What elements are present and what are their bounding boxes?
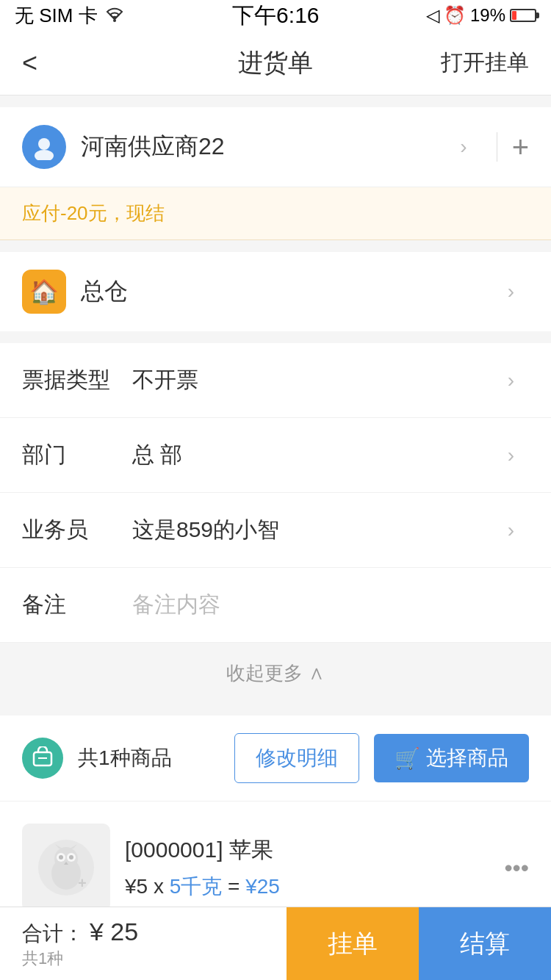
product-thumbnail: +: [22, 824, 110, 912]
select-product-icon: 🛒: [395, 746, 420, 771]
battery-pct: 19%: [470, 5, 505, 26]
svg-point-11: [69, 855, 73, 860]
supplier-chevron-icon: ›: [460, 135, 467, 159]
carrier-text: 无 SIM 卡: [15, 3, 98, 29]
product-name: [0000001] 苹果: [125, 835, 489, 865]
department-label: 部门: [22, 440, 125, 470]
hold-button[interactable]: 挂单: [287, 907, 419, 980]
remark-row[interactable]: 备注 备注内容: [0, 568, 551, 643]
total-amount: ¥ 25: [90, 918, 138, 946]
invoice-value: 不开票: [125, 365, 508, 395]
supplier-name: 河南供应商22: [81, 131, 460, 163]
warehouse-row[interactable]: 🏠 总仓 ›: [0, 252, 551, 331]
department-chevron-icon: ›: [508, 444, 514, 467]
svg-point-10: [59, 855, 63, 860]
warehouse-icon: 🏠: [22, 270, 66, 314]
form-section: 票据类型 不开票 › 部门 总 部 › 业务员 这是859的小智 › 备注 备注…: [0, 343, 551, 643]
page-title: 进货单: [238, 46, 313, 80]
salesperson-row[interactable]: 业务员 这是859的小智 ›: [0, 493, 551, 568]
invoice-label: 票据类型: [22, 365, 125, 395]
remark-input[interactable]: 备注内容: [125, 590, 529, 620]
supplier-avatar: [22, 125, 66, 169]
location-icon: ◁: [426, 5, 439, 26]
supplier-divider: [497, 132, 497, 162]
nav-bar: < 进货单 打开挂单: [0, 31, 551, 96]
total-section: 合计： ¥ 25 共1种: [0, 907, 287, 980]
department-row[interactable]: 部门 总 部 ›: [0, 418, 551, 493]
alarm-icon: ⏰: [444, 5, 466, 26]
status-carrier: 无 SIM 卡: [15, 3, 126, 29]
select-product-label: 选择商品: [426, 744, 508, 772]
product-total: ¥25: [245, 875, 280, 898]
product-price-line: ¥5 x 5千克 = ¥25: [125, 873, 489, 901]
checkout-button[interactable]: 结算: [419, 907, 551, 980]
remark-label: 备注: [22, 590, 125, 620]
salesperson-chevron-icon: ›: [508, 519, 514, 542]
edit-detail-button[interactable]: 修改明细: [234, 733, 359, 783]
salesperson-label: 业务员: [22, 515, 125, 545]
product-count: 共1种商品: [78, 744, 220, 772]
hold-label: 挂单: [328, 927, 378, 961]
svg-point-1: [38, 138, 50, 150]
divider-3: [0, 331, 551, 343]
status-icons: ◁ ⏰ 19%: [426, 5, 536, 26]
add-button[interactable]: +: [512, 131, 529, 164]
svg-point-2: [35, 150, 54, 160]
divider-2: [0, 240, 551, 252]
divider-1: [0, 96, 551, 107]
open-hold-button[interactable]: 打开挂单: [441, 48, 529, 78]
total-label: 合计：: [22, 920, 84, 948]
invoice-row[interactable]: 票据类型 不开票 ›: [0, 343, 551, 418]
supplier-row[interactable]: 河南供应商22 › +: [0, 107, 551, 187]
department-value: 总 部: [125, 440, 508, 470]
svg-text:+: +: [78, 875, 87, 891]
status-time: 下午6:16: [232, 1, 319, 31]
total-count: 共1种: [22, 948, 264, 970]
back-button[interactable]: <: [22, 48, 37, 79]
product-header: 共1种商品 修改明细 🛒 选择商品: [0, 716, 551, 801]
product-title: 苹果: [229, 837, 273, 862]
svg-point-0: [113, 19, 116, 22]
warehouse-chevron-icon: ›: [508, 280, 514, 303]
salesperson-value: 这是859的小智: [125, 515, 508, 545]
product-more-button[interactable]: •••: [504, 854, 529, 882]
checkout-label: 结算: [460, 927, 510, 961]
product-qty: 5千克: [170, 875, 223, 898]
product-price: ¥5: [125, 875, 148, 898]
battery-icon: [510, 9, 536, 22]
collapse-label: 收起更多 ∧: [226, 660, 324, 686]
product-info: [0000001] 苹果 ¥5 x 5千克 = ¥25: [125, 835, 489, 901]
product-icon: [22, 738, 63, 779]
notice-text: 应付-20元，现结: [22, 202, 165, 224]
select-product-button[interactable]: 🛒 选择商品: [374, 734, 529, 782]
bottom-bar: 合计： ¥ 25 共1种 挂单 结算: [0, 907, 551, 980]
collapse-row[interactable]: 收起更多 ∧: [0, 643, 551, 704]
warehouse-name: 总仓: [81, 275, 508, 308]
supplier-section: 河南供应商22 › + 应付-20元，现结: [0, 107, 551, 240]
status-bar: 无 SIM 卡 下午6:16 ◁ ⏰ 19%: [0, 0, 551, 31]
invoice-chevron-icon: ›: [508, 369, 514, 392]
warehouse-section: 🏠 总仓 ›: [0, 252, 551, 331]
notice-banner: 应付-20元，现结: [0, 187, 551, 240]
wifi-icon: [104, 4, 126, 27]
product-code: [0000001]: [125, 837, 223, 862]
